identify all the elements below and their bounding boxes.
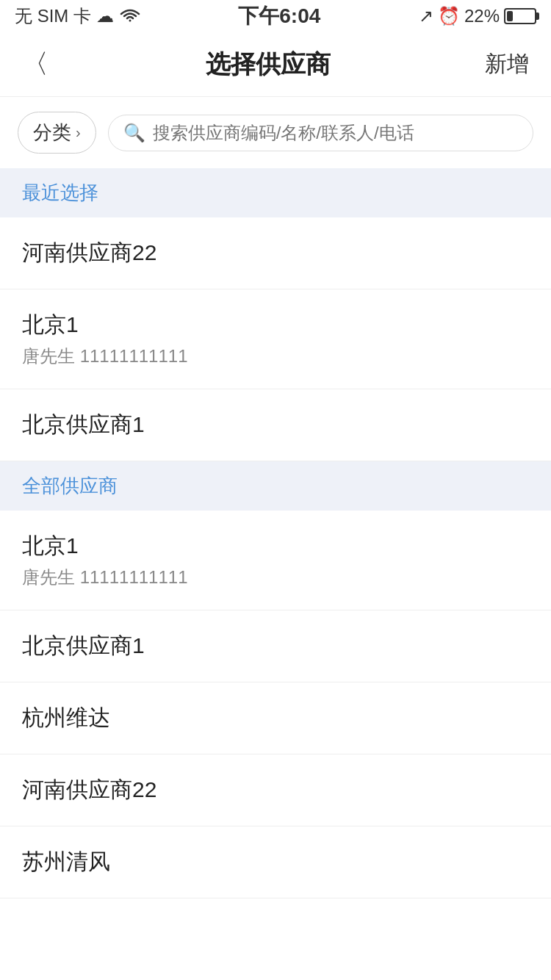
filter-bar: 分类 › 🔍 xyxy=(0,97,551,168)
recent-section-label: 最近选择 xyxy=(22,181,98,203)
battery-icon xyxy=(504,8,536,24)
status-bar: 无 SIM 卡 ☁ 下午6:04 ↗ ⏰ 22% xyxy=(0,0,551,32)
item-name: 苏州清风 xyxy=(22,847,529,877)
status-time: 下午6:04 xyxy=(238,2,320,30)
chevron-right-icon: › xyxy=(76,124,81,141)
list-item[interactable]: 北京供应商1 xyxy=(0,389,551,461)
recent-section-header: 最近选择 xyxy=(0,168,551,217)
status-left: 无 SIM 卡 ☁ xyxy=(15,4,140,28)
category-filter-button[interactable]: 分类 › xyxy=(18,112,96,154)
item-name: 北京1 xyxy=(22,531,529,561)
sim-status: 无 SIM 卡 ☁ xyxy=(15,4,114,28)
item-name: 河南供应商22 xyxy=(22,238,529,268)
battery-fill xyxy=(507,11,513,21)
battery-percent: 22% xyxy=(464,6,500,26)
list-item[interactable]: 河南供应商22 xyxy=(0,217,551,289)
item-name: 河南供应商22 xyxy=(22,775,529,805)
all-section-header: 全部供应商 xyxy=(0,461,551,511)
search-input-wrap[interactable]: 🔍 xyxy=(108,115,533,151)
add-button[interactable]: 新增 xyxy=(470,49,529,79)
all-list: 北京1 唐先生 11111111111 北京供应商1杭州维达河南供应商22苏州清… xyxy=(0,511,551,898)
list-item[interactable]: 苏州清风 xyxy=(0,826,551,898)
item-name: 北京供应商1 xyxy=(22,631,529,661)
nav-bar: 〈 选择供应商 新增 xyxy=(0,32,551,97)
list-item[interactable]: 北京1 唐先生 11111111111 xyxy=(0,511,551,610)
list-item[interactable]: 北京供应商1 xyxy=(0,610,551,682)
search-input[interactable] xyxy=(153,123,518,143)
category-label: 分类 xyxy=(33,120,71,145)
location-icon: ↗ xyxy=(419,6,433,26)
recent-list: 河南供应商22 北京1 唐先生 11111111111 北京供应商1 xyxy=(0,217,551,461)
back-button[interactable]: 〈 xyxy=(22,46,66,82)
item-sub: 唐先生 11111111111 xyxy=(22,566,529,589)
alarm-icon: ⏰ xyxy=(438,6,460,26)
list-item[interactable]: 河南供应商22 xyxy=(0,754,551,826)
search-icon: 🔍 xyxy=(123,123,145,143)
list-item[interactable]: 杭州维达 xyxy=(0,682,551,754)
page-title: 选择供应商 xyxy=(206,48,331,82)
item-name: 北京1 xyxy=(22,310,529,340)
wifi-icon xyxy=(120,9,140,24)
list-item[interactable]: 北京1 唐先生 11111111111 xyxy=(0,289,551,389)
item-sub: 唐先生 11111111111 xyxy=(22,345,529,368)
item-name: 北京供应商1 xyxy=(22,410,529,440)
item-name: 杭州维达 xyxy=(22,703,529,733)
status-right: ↗ ⏰ 22% xyxy=(419,6,536,26)
all-section-label: 全部供应商 xyxy=(22,475,118,497)
